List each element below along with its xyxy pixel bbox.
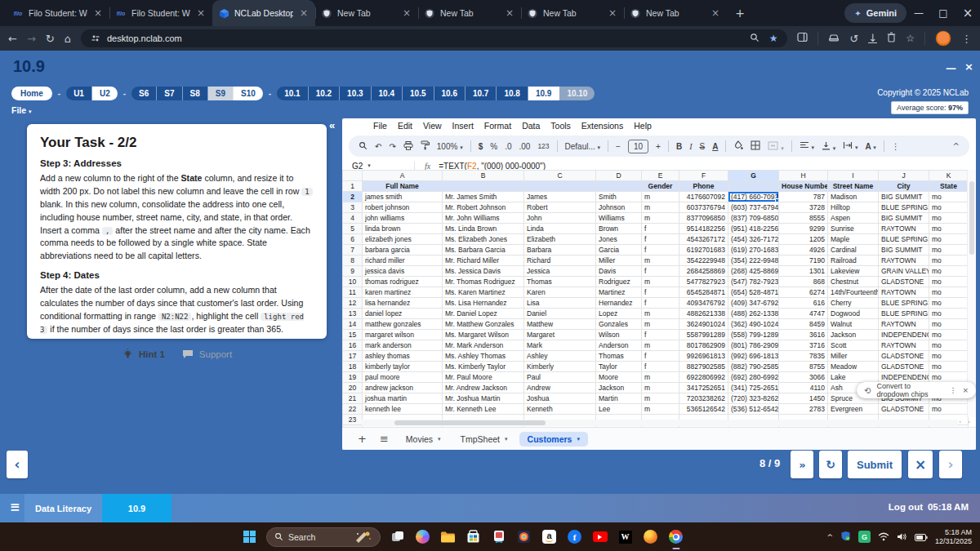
- cell[interactable]: 3616: [779, 330, 828, 340]
- browser-tab[interactable]: NCLab Desktop×: [212, 0, 315, 26]
- current-lesson-tab[interactable]: 10.9: [102, 494, 172, 522]
- cell[interactable]: mo: [929, 351, 969, 362]
- cell[interactable]: Hernandez: [596, 298, 642, 309]
- row-number[interactable]: 7: [343, 245, 363, 256]
- cell[interactable]: (720) 323-8262: [728, 393, 779, 404]
- youtube-icon[interactable]: [591, 528, 608, 545]
- cell[interactable]: m: [642, 383, 679, 393]
- tab-close-icon[interactable]: ×: [92, 7, 104, 19]
- horizontal-align-icon[interactable]: ▾: [800, 141, 814, 151]
- cell[interactable]: Scott: [828, 340, 879, 351]
- cell[interactable]: Walnut: [828, 319, 879, 330]
- cell[interactable]: Barbara: [524, 245, 596, 256]
- column-header-h[interactable]: H: [779, 171, 828, 181]
- cell[interactable]: f: [642, 245, 679, 256]
- column-header-a[interactable]: A: [363, 171, 443, 181]
- cell[interactable]: 5587991289: [679, 330, 728, 340]
- cell[interactable]: margaret wilson: [363, 330, 443, 340]
- cell[interactable]: james smith: [363, 192, 443, 202]
- row-number[interactable]: 23: [343, 415, 363, 425]
- cell[interactable]: Taylor: [596, 362, 642, 372]
- selected-cell[interactable]: (417) 660-7092: [728, 192, 779, 202]
- cell[interactable]: 3716: [779, 340, 828, 351]
- sheets-menu-insert[interactable]: Insert: [452, 121, 474, 133]
- tab-close-icon[interactable]: ×: [401, 7, 412, 19]
- cell[interactable]: Mr. Paul Moore: [443, 372, 524, 383]
- cell[interactable]: 8555: [779, 213, 828, 224]
- profile-avatar[interactable]: [935, 30, 951, 47]
- next-task-button[interactable]: ›: [939, 451, 962, 478]
- cell[interactable]: Miller: [596, 256, 642, 266]
- row-number[interactable]: 1: [343, 181, 363, 192]
- column-header-c[interactable]: C: [524, 171, 596, 181]
- cell[interactable]: mo: [929, 287, 969, 298]
- cell[interactable]: f: [642, 224, 679, 234]
- nav-item-s7[interactable]: S7: [157, 87, 182, 100]
- cell[interactable]: mo: [929, 330, 969, 340]
- cell[interactable]: 7835: [779, 351, 828, 362]
- downloads-icon[interactable]: ↓: [868, 33, 877, 44]
- row-number[interactable]: 21: [343, 393, 363, 404]
- cell[interactable]: 6274: [779, 287, 828, 298]
- cell[interactable]: f: [642, 234, 679, 245]
- cell[interactable]: Railroad: [828, 256, 879, 266]
- cell[interactable]: 3624901024: [679, 319, 728, 330]
- cell[interactable]: 9926961813: [679, 351, 728, 362]
- cell[interactable]: RAYTOWN: [879, 287, 929, 298]
- panel-close-icon[interactable]: ×: [964, 60, 973, 73]
- cell[interactable]: mo: [929, 362, 969, 372]
- cell[interactable]: mo: [929, 372, 969, 383]
- cell[interactable]: Garcia: [596, 245, 642, 256]
- header-cell[interactable]: [524, 181, 596, 192]
- cell[interactable]: kimberly taylor: [363, 362, 443, 372]
- header-cell[interactable]: City: [879, 181, 929, 192]
- cell[interactable]: m: [642, 340, 679, 351]
- cell[interactable]: RAYTOWN: [879, 256, 929, 266]
- cell[interactable]: karen martinez: [363, 287, 443, 298]
- cell[interactable]: 14th/Fourteenth: [828, 287, 879, 298]
- cell[interactable]: 6922806992: [679, 372, 728, 383]
- cell[interactable]: Ms. Jessica Davis: [443, 266, 524, 277]
- nav-item-10-5[interactable]: 10.5: [403, 87, 434, 100]
- header-cell[interactable]: Phone: [679, 181, 728, 192]
- row-number[interactable]: 14: [343, 319, 363, 330]
- row-number[interactable]: 19: [343, 372, 363, 383]
- cell[interactable]: BLUE SPRINGS: [879, 309, 929, 319]
- cell[interactable]: Mr. Thomas Rodriguez: [443, 277, 524, 287]
- sheets-menu-file[interactable]: File: [373, 121, 387, 133]
- cell[interactable]: joshua martin: [363, 393, 443, 404]
- cell[interactable]: (536) 512-6542: [728, 404, 779, 415]
- cell[interactable]: Paul: [524, 372, 596, 383]
- row-number[interactable]: 6: [343, 234, 363, 245]
- forward-icon[interactable]: →: [27, 33, 36, 44]
- nav-item-10-7[interactable]: 10.7: [466, 87, 497, 100]
- cell[interactable]: Ms. Elizabeth Jones: [443, 234, 524, 245]
- cell[interactable]: ashley thomas: [363, 351, 443, 362]
- font-select[interactable]: Defaul... ▾: [565, 142, 601, 151]
- cell[interactable]: Miller: [828, 351, 879, 362]
- wikipedia-icon[interactable]: W: [617, 528, 634, 545]
- cell[interactable]: Johnson: [596, 202, 642, 213]
- row-number[interactable]: 4: [343, 213, 363, 224]
- cell[interactable]: (801) 786-2909: [728, 340, 779, 351]
- cell[interactable]: John: [524, 213, 596, 224]
- cell[interactable]: Richard: [524, 256, 596, 266]
- cell[interactable]: (547) 782-7923: [728, 277, 779, 287]
- course-name[interactable]: Data Literacy: [24, 494, 102, 522]
- cell[interactable]: Cardinal: [828, 245, 879, 256]
- cell[interactable]: mo: [929, 319, 969, 330]
- cell[interactable]: Madison: [828, 192, 879, 202]
- cell[interactable]: (992) 696-1813: [728, 351, 779, 362]
- cell[interactable]: Thomas: [524, 277, 596, 287]
- cell[interactable]: BLUE SPRINGS: [879, 202, 929, 213]
- cell[interactable]: 2783: [779, 404, 828, 415]
- header-cell[interactable]: [596, 181, 642, 192]
- cell[interactable]: (488) 262-1338: [728, 309, 779, 319]
- cell[interactable]: elizabeth jones: [363, 234, 443, 245]
- close-task-button[interactable]: ×: [908, 451, 933, 478]
- cell[interactable]: m: [642, 309, 679, 319]
- task-view-icon[interactable]: [389, 528, 406, 545]
- cell[interactable]: Martinez: [596, 287, 642, 298]
- cell[interactable]: (362) 490-1024: [728, 319, 779, 330]
- cell[interactable]: INDEPENDENC: [879, 330, 929, 340]
